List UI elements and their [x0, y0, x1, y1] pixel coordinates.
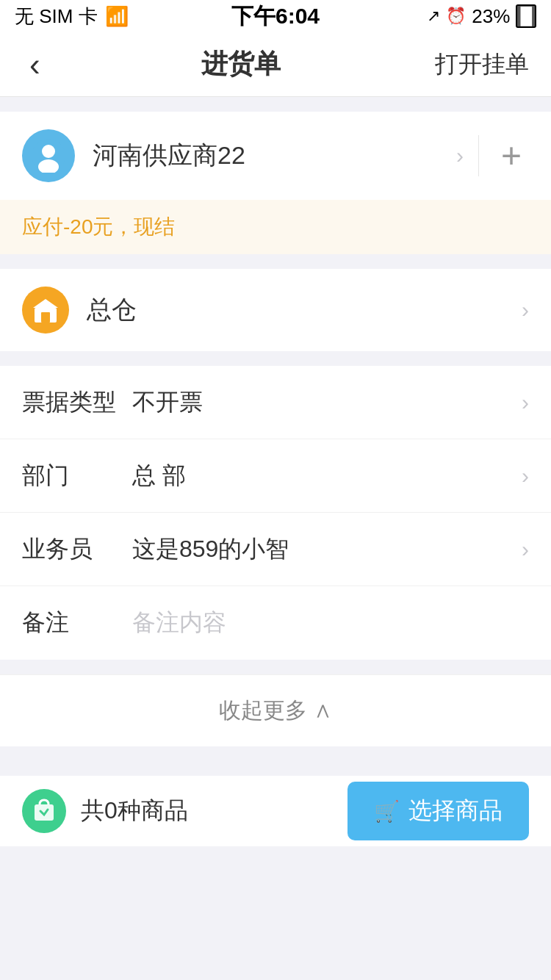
invoice-type-label: 票据类型: [22, 386, 125, 419]
remark-label: 备注: [22, 607, 125, 639]
background-fill: [0, 846, 551, 980]
remark-value: 备注内容: [125, 607, 529, 639]
select-product-label: 选择商品: [408, 795, 503, 827]
product-icon: [22, 789, 66, 833]
salesperson-row[interactable]: 业务员 这是859的小智 ›: [0, 513, 551, 586]
page-title: 进货单: [201, 46, 281, 82]
back-button[interactable]: ‹: [22, 41, 48, 88]
product-count: 共0种商品: [81, 795, 347, 827]
gap-1: [0, 97, 551, 112]
collapse-button[interactable]: 收起更多 ∧: [0, 674, 551, 746]
svg-rect-5: [41, 312, 50, 323]
department-chevron-icon: ›: [522, 464, 529, 489]
bottom-bar: 共0种商品 🛒 选择商品: [0, 776, 551, 846]
status-bar: 无 SIM 卡 📶 下午6:04 ↗ ⏰ 23% █: [0, 0, 551, 32]
gap-2: [0, 254, 551, 269]
battery-text: 23%: [472, 5, 510, 28]
form-section: 票据类型 不开票 › 部门 总 部 › 业务员 这是859的小智 › 备注 备注…: [0, 366, 551, 660]
add-supplier-button[interactable]: +: [494, 138, 529, 173]
select-product-icon: 🛒: [374, 799, 400, 824]
nav-bar: ‹ 进货单 打开挂单: [0, 32, 551, 97]
warehouse-chevron-icon: ›: [522, 298, 529, 323]
invoice-type-chevron-icon: ›: [522, 390, 529, 415]
battery-icon: █: [516, 4, 536, 28]
warehouse-name: 总仓: [87, 293, 514, 327]
gps-icon: ↗: [427, 7, 440, 26]
invoice-type-row[interactable]: 票据类型 不开票 ›: [0, 366, 551, 439]
select-product-button[interactable]: 🛒 选择商品: [347, 782, 529, 840]
supplier-chevron-icon: ›: [456, 143, 464, 168]
alarm-icon: ⏰: [446, 7, 466, 26]
warehouse-row[interactable]: 总仓 ›: [0, 269, 551, 351]
notice-banner: 应付-20元，现结: [0, 200, 551, 254]
invoice-type-value: 不开票: [125, 386, 514, 419]
supplier-row[interactable]: 河南供应商22 › +: [0, 112, 551, 200]
wifi-icon: 📶: [105, 5, 129, 28]
svg-point-1: [42, 145, 55, 158]
department-row[interactable]: 部门 总 部 ›: [0, 439, 551, 513]
open-pending-button[interactable]: 打开挂单: [435, 48, 529, 81]
salesperson-chevron-icon: ›: [522, 537, 529, 562]
salesperson-value: 这是859的小智: [125, 533, 514, 566]
supplier-avatar: [22, 129, 75, 182]
remark-row[interactable]: 备注 备注内容: [0, 586, 551, 660]
warehouse-icon: [22, 287, 69, 334]
svg-marker-4: [33, 299, 58, 308]
department-value: 总 部: [125, 460, 514, 492]
svg-rect-6: [35, 804, 54, 821]
department-label: 部门: [22, 460, 125, 492]
salesperson-label: 业务员: [22, 533, 125, 566]
warehouse-section: 总仓 ›: [0, 269, 551, 351]
status-time: 下午6:04: [231, 1, 320, 32]
supplier-name: 河南供应商22: [93, 139, 449, 173]
divider: [478, 135, 479, 176]
status-right: ↗ ⏰ 23% █: [427, 4, 536, 28]
status-carrier: 无 SIM 卡 📶: [15, 4, 129, 29]
supplier-section: 河南供应商22 › + 应付-20元，现结: [0, 112, 551, 254]
gap-3: [0, 746, 551, 761]
